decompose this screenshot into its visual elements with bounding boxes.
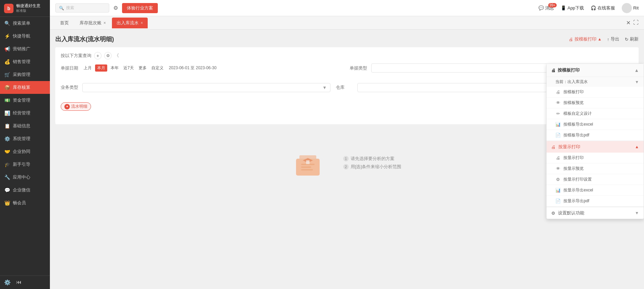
sidebar-item-system[interactable]: ⚙️ 系统管理 [0,132,50,145]
filter-header: 按以下方案查询 + ⚙ 《 [61,52,633,59]
settings-bottom-icon[interactable]: ⚙️ [4,279,11,286]
sidebar-item-label-basicinfo: 基础信息 [13,123,30,129]
sidebar-item-label-finance: 资金管理 [13,97,30,103]
chip-icon: ✦ [64,104,70,109]
dropdown-print-icon: 🖨 [551,68,556,73]
print-dropdown-trigger[interactable]: 🖨 按模板打印 ▲ [569,36,602,42]
sidebar-item-enterprise[interactable]: 🤝 企业协同 [0,145,50,158]
display-print-settings-label: 按显示打印设置 [563,177,592,182]
industry-solution-button[interactable]: 体验行业方案 [122,3,158,13]
template-export-pdf-item[interactable]: 📄 按模板导出pdf [547,130,644,141]
filter-settings-icon[interactable]: ⚙ [104,52,112,59]
sidebar-item-basic-info[interactable]: 📋 基础信息 [0,120,50,132]
display-pdf-icon: 📄 [555,199,561,204]
tab-controls: ✕ ⛶ [626,20,639,26]
template-design-label: 模板自定义设计 [563,111,592,116]
display-export-excel-item[interactable]: 📊 按显示导出excel [547,185,644,196]
topbar-gear-icon[interactable]: ⚙ [113,5,118,11]
tab-inventory-batch[interactable]: 库存批次账 × [75,18,111,28]
sidebar-item-purchase[interactable]: 🛒 采购管理 [0,68,50,81]
date-shortcut-this-month[interactable]: 本月 [95,64,107,72]
active-filter-chip-1[interactable]: ✦ 流水明细 [61,102,91,111]
date-shortcut-7days[interactable]: 近7天 [122,64,135,72]
message-badge: 99+ [548,3,557,7]
tab-inout-flow-close[interactable]: × [141,21,143,25]
sidebar-item-label-wechat: 企业微信 [13,187,30,193]
message-item[interactable]: 💬 消息 99+ [538,5,554,11]
template-design-icon: ✏ [555,111,561,116]
sidebar-item-appcenter[interactable]: 🔧 应用中心 [0,171,50,184]
user-avatar [622,3,632,13]
sidebar-item-label-system: 系统管理 [13,136,30,142]
app-download-item[interactable]: 📱 App下载 [561,5,584,11]
template-export-excel-label: 按模板导出excel [563,122,593,127]
page-header-actions: 🖨 按模板打印 ▲ ↑ 导出 ↻ 刷新 [569,36,639,42]
collapse-sidebar-icon[interactable]: ⏮ [16,279,22,286]
tab-close-all-icon[interactable]: ✕ [626,20,631,26]
dropdown-close-arrow[interactable]: ▲ [634,68,639,73]
print-dropdown-panel: 🖨 按模板打印 ▲ 当前：出入库流水 ▼ 🖨 按模板打印 👁 按模板预览 [546,63,644,219]
display-preview-label: 按显示预览 [563,166,584,172]
refresh-button[interactable]: ↻ 刷新 [625,36,639,42]
sidebar-item-label-sales: 销售管理 [13,59,30,65]
display-print-item-1[interactable]: 🖨 按显示打印 [547,153,644,163]
online-service-item[interactable]: 🎧 在线客服 [591,5,615,11]
display-print-icon: 🖨 [555,155,561,161]
sales-icon: 💰 [4,59,10,65]
tab-inventory-batch-close[interactable]: × [104,21,106,25]
sidebar-item-operations[interactable]: 📊 经营管理 [0,107,50,120]
date-shortcut-this-year[interactable]: 本年 [109,64,120,72]
user-avatar-item[interactable]: Rit [622,3,639,13]
filter-doctype-label: 单据类型 [350,65,369,71]
display-export-excel-label: 按显示导出excel [563,187,593,193]
export-icon: ↑ [607,37,610,42]
sidebar-item-marketing[interactable]: 📢 营销推广 [0,43,50,55]
sidebar-item-label-purchase: 采购管理 [13,72,30,78]
tab-inout-flow[interactable]: 出入库流水 × [112,18,148,28]
topbar-search-icon: 🔍 [59,6,64,10]
template-print-item-1[interactable]: 🖨 按模板打印 [547,87,644,98]
filter-collapse-icon[interactable]: 《 [114,53,119,59]
tab-home-label: 首页 [60,20,69,26]
print-dropdown-label: 按模板打印 [575,36,596,42]
template-design-item[interactable]: ✏ 模板自定义设计 [547,108,644,119]
online-service-label: 在线客服 [597,5,615,11]
page-title: 出入库流水(流水明细) [55,35,114,43]
sidebar-item-search[interactable]: 🔍 搜索菜单 [0,17,50,30]
topbar-search-box[interactable]: 🔍 搜索 [55,3,109,12]
app-company-name: 畅捷通好生意 [16,3,40,9]
date-shortcut-more[interactable]: 更多 [137,64,148,72]
date-shortcut-custom[interactable]: 自定义 [150,64,165,72]
date-shortcut-last-month[interactable]: 上月 [82,64,93,72]
appcenter-icon: 🔧 [4,174,10,180]
export-label: 导出 [611,36,619,42]
tab-maximize-icon[interactable]: ⛶ [633,20,639,26]
sidebar-item-quicknav[interactable]: ⚡ 快捷导航 [0,30,50,43]
date-shortcuts: 上月 本月 本年 近7天 更多 自定义 [82,64,165,72]
display-print-section-header[interactable]: 🖨 按显示打印 ▲ [547,141,644,153]
sidebar-item-sales[interactable]: 💰 销售管理 [0,55,50,68]
template-export-excel-item[interactable]: 📊 按模板导出excel [547,119,644,130]
footer-arrow: ▼ [635,211,639,215]
dropdown-footer[interactable]: ⚙ 设置默认功能 ▼ [547,207,644,219]
refresh-label: 刷新 [630,36,639,42]
footer-label: 设置默认功能 [558,210,584,216]
sidebar-item-guide[interactable]: 🎓 新手引导 [0,158,50,171]
export-button[interactable]: ↑ 导出 [607,36,620,42]
sidebar-item-inventory[interactable]: 📦 库存核算 [0,81,50,94]
display-print-section-icon: 🖨 [551,144,556,150]
display-export-pdf-item[interactable]: 📄 按显示导出pdf [547,196,644,207]
sidebar-item-finance[interactable]: 💵 资金管理 [0,94,50,107]
sidebar-item-member[interactable]: 👑 畅会员 [0,196,50,209]
filter-biztype-select[interactable]: ▼ [82,83,330,92]
empty-tip-1: 1 请先选择要分析的方案 [343,156,401,162]
filter-add-button[interactable]: + [94,52,101,59]
display-preview-item[interactable]: 👁 按显示预览 [547,163,644,174]
sidebar-item-label-inventory: 库存核算 [13,84,30,90]
template-preview-item[interactable]: 👁 按模板预览 [547,98,644,108]
template-print-icon: 🖨 [555,89,561,95]
tab-home[interactable]: 首页 [55,18,74,28]
display-print-settings-item[interactable]: ⚙ 按显示打印设置 [547,174,644,185]
empty-tip-2-text: 用[选]条件来缩小分析范围 [351,164,401,170]
sidebar-item-wechat[interactable]: 💬 企业微信 [0,184,50,196]
